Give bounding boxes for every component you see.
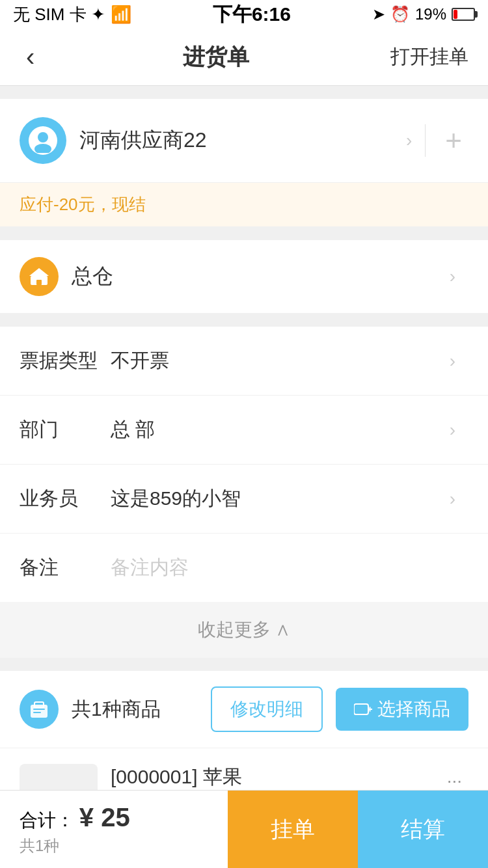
collapse-toggle[interactable]: 收起更多 ∧	[0, 602, 488, 658]
remark-label: 备注	[20, 554, 111, 581]
signal-text: 无 SIM 卡 ✦	[13, 3, 105, 26]
top-divider	[0, 86, 488, 99]
supplier-name: 河南供应商22	[79, 126, 406, 155]
page-title: 进货单	[183, 42, 249, 72]
ticket-type-chevron-icon: ›	[450, 351, 455, 372]
svg-rect-4	[36, 280, 42, 285]
total-label: 合计：	[20, 810, 74, 830]
warehouse-name: 总仓	[72, 262, 450, 291]
supplier-avatar	[20, 117, 66, 164]
supplier-notice: 应付-20元，现结	[0, 183, 488, 226]
battery-text: 19%	[415, 5, 446, 23]
svg-point-1	[34, 144, 51, 153]
remark-value: 备注内容	[111, 554, 468, 581]
status-time: 下午6:16	[213, 1, 291, 28]
ticket-type-label: 票据类型	[20, 347, 111, 374]
footer-total: 合计： ¥ 25 共1种	[0, 803, 228, 856]
svg-marker-3	[29, 268, 49, 276]
warehouse-icon	[20, 257, 59, 296]
department-value: 总 部	[111, 416, 450, 443]
svg-point-0	[38, 132, 48, 142]
warehouse-row[interactable]: 总仓 ›	[0, 239, 488, 313]
products-count: 共1种商品	[72, 696, 198, 723]
add-supplier-button[interactable]: +	[439, 124, 468, 157]
checkout-button[interactable]: 结算	[358, 791, 488, 869]
back-button[interactable]: ‹	[20, 36, 41, 78]
divider-2	[0, 313, 488, 326]
svg-rect-7	[33, 709, 45, 710]
avatar-icon	[29, 126, 57, 155]
form-section: 票据类型 不开票 › 部门 总 部 › 业务员 这是859的小智 › 备注 备注…	[0, 326, 488, 602]
department-row[interactable]: 部门 总 部 ›	[0, 395, 488, 464]
divider-3	[0, 658, 488, 671]
warehouse-chevron-icon: ›	[450, 266, 455, 287]
total-amount: ¥ 25	[79, 803, 130, 832]
product-name: [0000001] 苹果	[111, 764, 427, 791]
supplier-row[interactable]: 河南供应商22 › +	[0, 99, 488, 183]
status-left: 无 SIM 卡 ✦ 📶	[13, 3, 131, 26]
department-chevron-icon: ›	[450, 420, 455, 441]
wifi-icon: 📶	[111, 5, 131, 25]
remark-row[interactable]: 备注 备注内容	[0, 533, 488, 602]
footer: 合计： ¥ 25 共1种 挂单 结算	[0, 790, 488, 868]
salesperson-row[interactable]: 业务员 这是859的小智 ›	[0, 464, 488, 533]
battery-icon	[452, 8, 475, 21]
supplier-chevron-icon: ›	[406, 130, 412, 151]
edit-detail-button[interactable]: 修改明细	[211, 686, 323, 732]
ticket-type-value: 不开票	[111, 347, 450, 374]
products-icon	[20, 690, 59, 729]
product-title: 苹果	[203, 766, 242, 787]
supplier-section: 河南供应商22 › + 应付-20元，现结	[0, 99, 488, 226]
status-right: ➤ ⏰ 19%	[372, 5, 475, 23]
select-product-label: 选择商品	[377, 697, 450, 722]
divider-1	[0, 226, 488, 239]
products-header: 共1种商品 修改明细 选择商品	[0, 671, 488, 748]
salesperson-value: 这是859的小智	[111, 485, 450, 512]
select-product-button[interactable]: 选择商品	[336, 688, 468, 731]
salesperson-chevron-icon: ›	[450, 489, 455, 509]
nav-bar: ‹ 进货单 打开挂单	[0, 29, 488, 86]
salesperson-label: 业务员	[20, 485, 111, 512]
location-icon: ➤	[372, 5, 385, 23]
department-label: 部门	[20, 416, 111, 443]
svg-rect-8	[33, 712, 41, 713]
footer-total-row: 合计： ¥ 25	[20, 803, 208, 833]
svg-rect-9	[354, 704, 368, 714]
open-hold-button[interactable]: 打开挂单	[390, 44, 468, 70]
warehouse-section: 总仓 ›	[0, 239, 488, 313]
ticket-type-row[interactable]: 票据类型 不开票 ›	[0, 326, 488, 395]
status-bar: 无 SIM 卡 ✦ 📶 下午6:16 ➤ ⏰ 19%	[0, 0, 488, 29]
footer-sub-label: 共1种	[20, 835, 208, 856]
product-code: [0000001]	[111, 766, 197, 787]
alarm-icon: ⏰	[390, 5, 410, 23]
hold-button[interactable]: 挂单	[228, 791, 358, 869]
supplier-divider	[425, 124, 426, 157]
